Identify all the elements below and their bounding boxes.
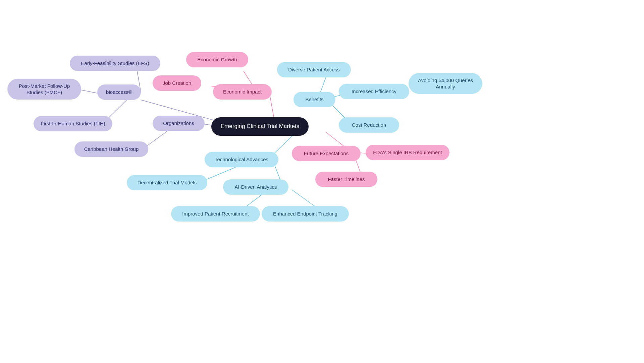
technological-advances-label: Technological Advances <box>215 156 268 163</box>
job-creation-node: Job Creation <box>153 75 201 91</box>
center-node: Emerging Clinical Trial Markets <box>211 117 309 136</box>
enhanced-endpoint-node: Enhanced Endpoint Tracking <box>262 206 349 222</box>
economic-impact-node: Economic Impact <box>213 84 272 100</box>
pmcf-node: Post-Market Follow-Up Studies (PMCF) <box>7 79 81 100</box>
organizations-node: Organizations <box>153 116 205 131</box>
improved-recruitment-label: Improved Patient Recruitment <box>182 210 249 217</box>
avoiding-queries-label: Avoiding 54,000 Queries Annually <box>415 77 476 90</box>
faster-timelines-label: Faster Timelines <box>328 176 365 183</box>
center-label: Emerging Clinical Trial Markets <box>221 123 299 130</box>
efs-label: Early-Feasibility Studies (EFS) <box>81 60 149 67</box>
job-creation-label: Job Creation <box>163 80 191 86</box>
cost-reduction-label: Cost Reduction <box>352 122 386 128</box>
decentralized-node: Decentralized Trial Models <box>127 175 207 190</box>
benefits-label: Benefits <box>305 96 323 103</box>
cost-reduction-node: Cost Reduction <box>339 117 399 133</box>
increased-efficiency-label: Increased Efficiency <box>352 88 396 95</box>
ai-driven-label: AI-Driven Analytics <box>235 184 277 190</box>
economic-growth-label: Economic Growth <box>197 56 237 63</box>
benefits-node: Benefits <box>293 92 335 107</box>
improved-recruitment-node: Improved Patient Recruitment <box>171 206 260 222</box>
ai-driven-node: AI-Driven Analytics <box>223 179 288 195</box>
fih-node: First-In-Human Studies (FIH) <box>34 116 112 131</box>
future-expectations-node: Future Expectations <box>292 146 361 161</box>
diverse-patient-label: Diverse Patient Access <box>288 66 339 73</box>
efs-node: Early-Feasibility Studies (EFS) <box>70 56 160 71</box>
increased-efficiency-node: Increased Efficiency <box>339 84 409 99</box>
fda-irb-label: FDA's Single IRB Requirement <box>373 149 442 156</box>
fda-irb-node: FDA's Single IRB Requirement <box>366 145 449 160</box>
enhanced-endpoint-label: Enhanced Endpoint Tracking <box>273 210 337 217</box>
caribbean-node: Caribbean Health Group <box>74 141 148 157</box>
faster-timelines-node: Faster Timelines <box>315 172 377 187</box>
diverse-patient-node: Diverse Patient Access <box>277 62 351 77</box>
bioaccess-node: bioaccess® <box>97 84 141 100</box>
pmcf-label: Post-Market Follow-Up Studies (PMCF) <box>14 83 74 96</box>
organizations-label: Organizations <box>163 120 194 127</box>
economic-impact-label: Economic Impact <box>223 88 262 95</box>
future-expectations-label: Future Expectations <box>304 150 348 157</box>
avoiding-queries-node: Avoiding 54,000 Queries Annually <box>409 73 482 94</box>
economic-growth-node: Economic Growth <box>186 52 248 67</box>
technological-advances-node: Technological Advances <box>205 152 278 167</box>
decentralized-label: Decentralized Trial Models <box>138 179 197 186</box>
caribbean-label: Caribbean Health Group <box>84 146 139 153</box>
bioaccess-label: bioaccess® <box>106 89 132 96</box>
fih-label: First-In-Human Studies (FIH) <box>41 120 105 127</box>
